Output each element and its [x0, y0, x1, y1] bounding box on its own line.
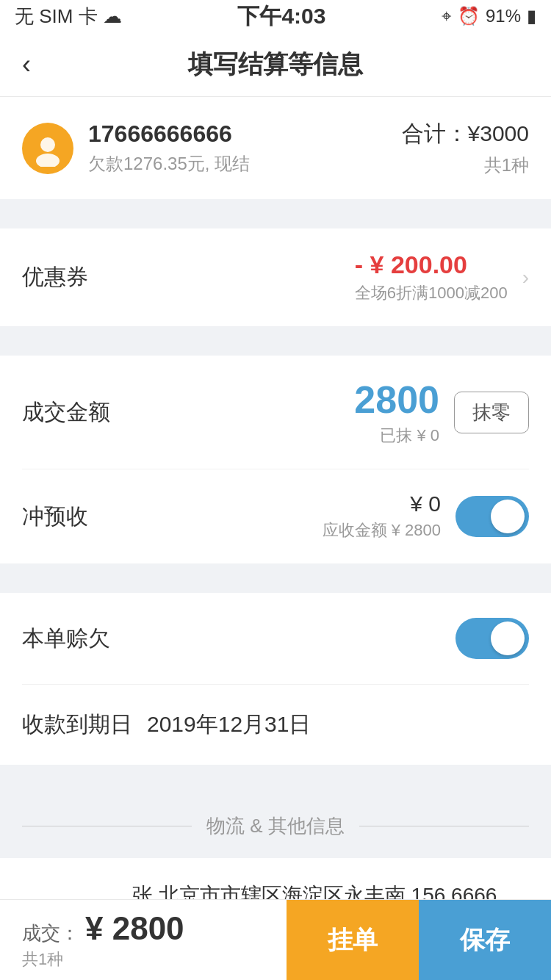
save-button[interactable]: 保存	[419, 900, 551, 981]
alarm-icon: ⏰	[458, 6, 480, 26]
customer-info: 17666666666 欠款1276.35元, 现结	[88, 120, 250, 176]
advance-receivable: 应收金额 ¥ 2800	[323, 519, 441, 541]
coupon-card: 优惠券 - ¥ 200.00 全场6折满1000减200 ›	[0, 228, 551, 326]
footer-deal-label: 成交：	[22, 920, 79, 946]
location-icon: ⌖	[442, 6, 452, 26]
coupon-label: 优惠券	[22, 262, 88, 292]
advance-toggle-knob	[491, 500, 525, 533]
deal-right: 2800 已抹 ¥ 0 抹零	[354, 378, 529, 447]
svg-point-1	[36, 154, 60, 167]
customer-right: 合计：¥3000 共1种	[402, 119, 529, 177]
advance-right: ¥ 0 应收金额 ¥ 2800	[323, 491, 529, 541]
status-left: 无 SIM 卡 ☁	[15, 4, 122, 29]
page-title: 填写结算等信息	[188, 48, 363, 82]
footer: 成交： ¥ 2800 共1种 挂单 保存	[0, 899, 551, 980]
coupon-amount: - ¥ 200.00	[355, 251, 508, 279]
customer-phone: 17666666666	[88, 120, 250, 148]
sim-label: 无 SIM 卡 ☁	[15, 4, 122, 29]
due-date-row: 收款到期日 2019年12月31日	[0, 685, 551, 765]
coupon-desc: 全场6折满1000减200	[355, 282, 508, 304]
coupon-right: - ¥ 200.00 全场6折满1000减200 ›	[355, 251, 529, 304]
deal-erased-label: 已抹 ¥ 0	[354, 425, 439, 447]
coupon-chevron-icon: ›	[522, 266, 529, 289]
logistics-label: 物流 & 其他信息	[206, 813, 345, 839]
advance-amount: ¥ 0	[323, 491, 441, 516]
status-bar: 无 SIM 卡 ☁ 下午4:03 ⌖ ⏰ 91% ▮	[0, 0, 551, 32]
deal-amount-value: 2800	[354, 378, 439, 422]
deal-amount-block: 2800 已抹 ¥ 0	[354, 378, 439, 447]
section-divider-2	[0, 341, 551, 356]
debt-label: 本单赊欠	[22, 624, 110, 654]
customer-card: 17666666666 欠款1276.35元, 现结 合计：¥3000 共1种	[0, 97, 551, 199]
advance-amount-block: ¥ 0 应收金额 ¥ 2800	[323, 491, 441, 541]
svg-point-0	[40, 137, 55, 152]
debt-row: 本单赊欠	[0, 593, 551, 684]
logistics-line-right	[359, 826, 529, 826]
coupon-row[interactable]: 优惠券 - ¥ 200.00 全场6折满1000减200 ›	[0, 228, 551, 326]
section-divider-4	[0, 779, 551, 794]
deal-card: 成交金额 2800 已抹 ¥ 0 抹零 冲预收 ¥ 0 应收金额 ¥ 2800	[0, 356, 551, 563]
customer-left: 17666666666 欠款1276.35元, 现结	[22, 120, 250, 176]
hang-button[interactable]: 挂单	[287, 900, 419, 981]
advance-toggle[interactable]	[455, 496, 529, 537]
back-button[interactable]: ‹	[22, 49, 31, 80]
total-amount: 合计：¥3000	[402, 119, 529, 149]
section-divider-3	[0, 578, 551, 593]
coupon-info: - ¥ 200.00 全场6折满1000减200	[355, 251, 508, 304]
debt-toggle[interactable]	[455, 618, 529, 659]
deal-label: 成交金额	[22, 397, 110, 428]
customer-row: 17666666666 欠款1276.35元, 现结 合计：¥3000 共1种	[0, 97, 551, 199]
due-date-value: 2019年12月31日	[147, 710, 311, 740]
due-date-label: 收款到期日	[22, 710, 132, 740]
round-zero-button[interactable]: 抹零	[454, 392, 529, 433]
footer-left: 成交： ¥ 2800 共1种	[0, 910, 287, 970]
advance-row: 冲预收 ¥ 0 应收金额 ¥ 2800	[0, 469, 551, 563]
deal-amount-row: 成交金额 2800 已抹 ¥ 0 抹零	[0, 356, 551, 469]
status-right: ⌖ ⏰ 91% ▮	[442, 6, 536, 26]
advance-label: 冲预收	[22, 502, 88, 532]
customer-debt: 欠款1276.35元, 现结	[88, 152, 250, 176]
footer-amount: ¥ 2800	[85, 910, 184, 947]
status-time: 下午4:03	[237, 1, 325, 32]
total-count: 共1种	[402, 154, 529, 177]
nav-bar: ‹ 填写结算等信息	[0, 32, 551, 97]
debt-card: 本单赊欠 收款到期日 2019年12月31日	[0, 593, 551, 765]
debt-toggle-knob	[491, 621, 525, 655]
battery-icon: ▮	[527, 6, 536, 26]
section-divider-1	[0, 214, 551, 228]
avatar	[22, 123, 73, 174]
logistics-line-left	[22, 826, 192, 826]
logistics-header: 物流 & 其他信息	[0, 794, 551, 858]
battery-label: 91%	[486, 6, 521, 26]
footer-count: 共1种	[22, 948, 264, 970]
